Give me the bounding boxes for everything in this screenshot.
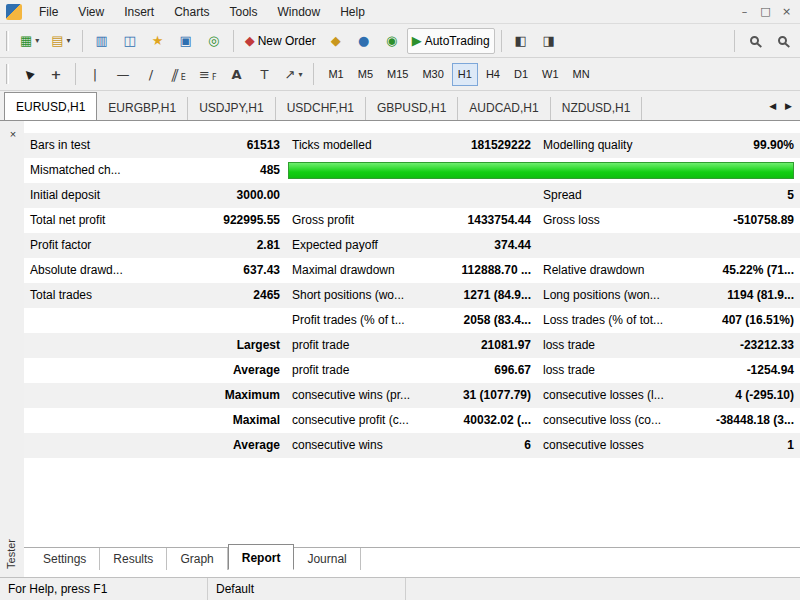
timeframe-button[interactable]: W1 (536, 63, 565, 86)
status-empty-cell (406, 578, 800, 600)
chart-tab[interactable]: AUDCAD,H1 (458, 97, 550, 120)
timeframe-button[interactable]: MN (567, 63, 596, 86)
maximize-button[interactable]: □ (755, 3, 776, 21)
menu-item[interactable]: Tools (220, 0, 268, 23)
tester-tab[interactable]: Settings (30, 548, 100, 570)
report-cell (24, 408, 174, 433)
tester-tab[interactable]: Results (100, 548, 167, 570)
profiles-button[interactable]: ▤ ▾ (46, 28, 75, 54)
text-label-button[interactable]: T (252, 61, 278, 87)
arrows-tool-button[interactable]: ↗ ▾ (280, 61, 308, 87)
equidistant-channel-button[interactable]: ∥ E (166, 61, 192, 87)
menu-item[interactable]: Insert (114, 0, 164, 23)
navigator-button[interactable]: ★ (145, 28, 171, 54)
new-order-button[interactable]: ◆ New Order (240, 28, 321, 54)
chart-shift-button[interactable]: ◧ (508, 28, 534, 54)
report-cell (286, 183, 451, 208)
text-button[interactable]: A (224, 61, 250, 87)
minimize-button[interactable]: – (734, 3, 755, 21)
report-cell: 1271 (84.9... (451, 283, 537, 308)
tab-scroll-left-icon[interactable]: ◀ (769, 101, 776, 111)
menu-item[interactable]: File (29, 0, 68, 23)
menu-item[interactable]: Help (330, 0, 375, 23)
data-window-button[interactable]: ◫ (117, 28, 143, 54)
report-cell: profit trade (286, 358, 451, 383)
chart-tab[interactable]: USDCHF,H1 (276, 97, 366, 120)
timeframe-button[interactable]: M1 (322, 63, 349, 86)
report-cell: loss trade (537, 333, 687, 358)
tester-tab[interactable]: Report (228, 544, 295, 570)
tester-tab[interactable]: Graph (167, 548, 227, 570)
cursor-button[interactable]: ▶ (15, 61, 41, 87)
report-cell: 31 (1077.79) (451, 383, 537, 408)
timeframe-button[interactable]: M30 (416, 63, 449, 86)
report-cell: Gross profit (286, 208, 451, 233)
zoom-out-button[interactable] (769, 28, 795, 54)
chart-tab[interactable]: GBPUSD,H1 (366, 97, 458, 120)
report-cell: Modelling quality (537, 133, 687, 158)
autotrading-button[interactable]: ▶ AutoTrading (407, 28, 495, 54)
menu-item[interactable]: Charts (164, 0, 219, 23)
vertical-line-button[interactable]: | (82, 61, 108, 87)
sounds-button[interactable]: ◉ (379, 28, 405, 54)
arrows-tool-icon: ↗ (285, 68, 296, 81)
toolbar-separator (734, 30, 735, 52)
chart-tab[interactable]: EURUSD,H1 (4, 92, 97, 120)
zoom-in-button[interactable] (741, 28, 767, 54)
expert-advisors-icon: ● (358, 34, 369, 47)
report-row: Mismatched ch... 485 (24, 158, 800, 183)
tab-scroll-right-icon[interactable]: ▶ (785, 101, 792, 111)
autotrading-label: AutoTrading (425, 34, 490, 48)
crosshair-button[interactable]: + (43, 61, 69, 87)
report-cell: 637.43 (174, 258, 286, 283)
metaeditor-button[interactable]: ◆ (323, 28, 349, 54)
market-watch-button[interactable]: ▥ (89, 28, 115, 54)
timeframe-button[interactable]: M15 (381, 63, 414, 86)
toolbar-grip (6, 31, 9, 51)
expert-advisors-button[interactable]: ● (351, 28, 377, 54)
menu-item[interactable]: Window (268, 0, 331, 23)
timeframes-toolbar: M1M5M15M30H1H4D1W1MN (321, 63, 596, 86)
timeframe-button[interactable]: H4 (480, 63, 506, 86)
report-cell: Absolute drawd... (24, 258, 174, 283)
report-row: Profit trades (% of t... 2058 (83.4... L… (24, 308, 800, 333)
toolbar-separator (313, 63, 314, 85)
report-cell: Maximum (174, 383, 286, 408)
tester-close-icon[interactable]: × (6, 128, 20, 142)
report-cell: Maximal drawdown (286, 258, 451, 283)
chart-tab[interactable]: USDJPY,H1 (188, 97, 275, 120)
fibonacci-button[interactable]: ≡ F (194, 61, 222, 87)
trendline-button[interactable]: / (138, 61, 164, 87)
report-cell (24, 433, 174, 458)
menu-item[interactable]: View (68, 0, 114, 23)
report-row: Absolute drawd... 637.43 Maximal drawdow… (24, 258, 800, 283)
report-cell: profit trade (286, 333, 451, 358)
report-cell: -23212.33 (687, 333, 800, 358)
report-cell (451, 183, 537, 208)
fibonacci-icon: ≡ (199, 68, 210, 81)
new-order-label: New Order (258, 34, 316, 48)
tester-tab[interactable]: Journal (294, 548, 360, 570)
timeframe-button[interactable]: M5 (352, 63, 379, 86)
report-cell: 61513 (174, 133, 286, 158)
report-cell (24, 308, 174, 333)
sounds-icon: ◉ (386, 34, 397, 47)
market-watch-icon: ▥ (95, 34, 107, 47)
report-cell (24, 333, 174, 358)
report-row: Bars in test 61513 Ticks modelled 181529… (24, 133, 800, 158)
strategy-tester-button[interactable]: ◎ (201, 28, 227, 54)
horizontal-line-button[interactable]: — (110, 61, 136, 87)
chart-tab[interactable]: NZDUSD,H1 (551, 97, 643, 120)
chart-tab[interactable]: EURGBP,H1 (97, 97, 188, 120)
new-chart-button[interactable]: ▦ ▾ (15, 28, 44, 54)
chevron-down-icon: ▾ (67, 36, 71, 45)
navigator-icon: ★ (152, 34, 164, 47)
report-row: Largest profit trade 21081.97 loss trade… (24, 333, 800, 358)
report-cell: 696.67 (451, 358, 537, 383)
report-table: Bars in test 61513 Ticks modelled 181529… (24, 133, 800, 458)
timeframe-button[interactable]: H1 (452, 63, 478, 86)
timeframe-button[interactable]: D1 (508, 63, 534, 86)
close-button[interactable]: × (776, 3, 797, 21)
terminal-button[interactable]: ▣ (173, 28, 199, 54)
auto-scroll-button[interactable]: ◨ (536, 28, 562, 54)
